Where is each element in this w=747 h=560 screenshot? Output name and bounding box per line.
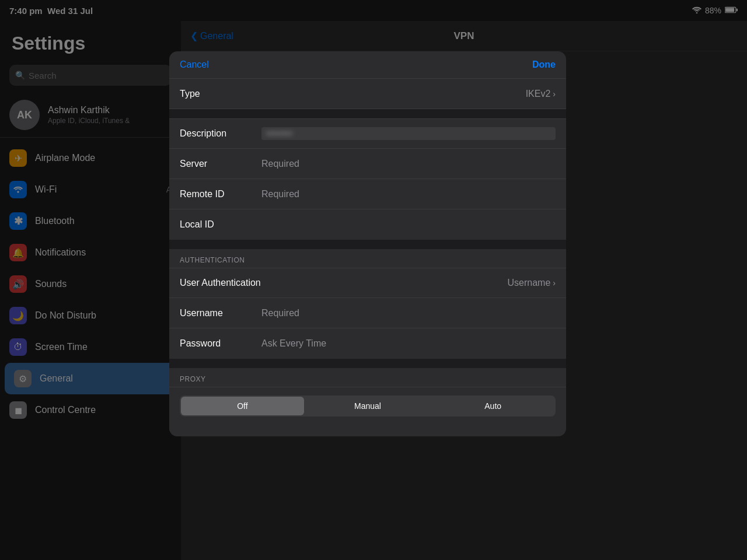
local-id-row[interactable]: Local ID bbox=[169, 209, 566, 240]
proxy-spacer bbox=[169, 359, 566, 368]
proxy-auto-button[interactable]: Auto bbox=[431, 397, 554, 415]
local-id-label: Local ID bbox=[180, 219, 261, 230]
proxy-off-button[interactable]: Off bbox=[181, 397, 304, 415]
vpn-modal: Cancel Done Type IKEv2 › Description •••… bbox=[169, 51, 566, 436]
description-label: Description bbox=[180, 128, 261, 139]
proxy-segment-control: Off Manual Auto bbox=[180, 396, 556, 416]
description-value[interactable]: •••••••• bbox=[261, 127, 556, 140]
server-label: Server bbox=[180, 159, 261, 169]
username-label: Username bbox=[180, 308, 261, 318]
section-spacer bbox=[169, 109, 566, 118]
username-row[interactable]: Username Required bbox=[169, 298, 566, 328]
password-label: Password bbox=[180, 338, 261, 349]
proxy-section: Off Manual Auto bbox=[169, 387, 566, 425]
chevron-right-icon: › bbox=[553, 278, 556, 288]
remote-id-label: Remote ID bbox=[180, 189, 261, 200]
done-button[interactable]: Done bbox=[532, 60, 556, 70]
user-auth-value: Username › bbox=[508, 278, 556, 288]
modal-bottom-padding bbox=[169, 425, 566, 436]
username-value[interactable]: Required bbox=[261, 308, 556, 318]
description-row[interactable]: Description •••••••• bbox=[169, 118, 566, 149]
server-value[interactable]: Required bbox=[261, 159, 556, 169]
auth-section-header: AUTHENTICATION bbox=[169, 249, 566, 268]
modal-header: Cancel Done bbox=[169, 51, 566, 79]
type-value: IKEv2 › bbox=[526, 89, 556, 99]
server-row[interactable]: Server Required bbox=[169, 149, 566, 179]
type-label: Type bbox=[180, 89, 261, 99]
chevron-right-icon: › bbox=[553, 89, 556, 99]
user-auth-label: User Authentication bbox=[180, 278, 261, 288]
cancel-button[interactable]: Cancel bbox=[180, 60, 209, 70]
password-row[interactable]: Password Ask Every Time bbox=[169, 328, 566, 359]
auth-spacer bbox=[169, 240, 566, 249]
remote-id-row[interactable]: Remote ID Required bbox=[169, 179, 566, 209]
type-row[interactable]: Type IKEv2 › bbox=[169, 79, 566, 109]
proxy-manual-button[interactable]: Manual bbox=[306, 397, 430, 415]
user-auth-row[interactable]: User Authentication Username › bbox=[169, 268, 566, 298]
remote-id-value[interactable]: Required bbox=[261, 189, 556, 200]
password-value[interactable]: Ask Every Time bbox=[261, 338, 556, 349]
proxy-section-header: PROXY bbox=[169, 368, 566, 387]
